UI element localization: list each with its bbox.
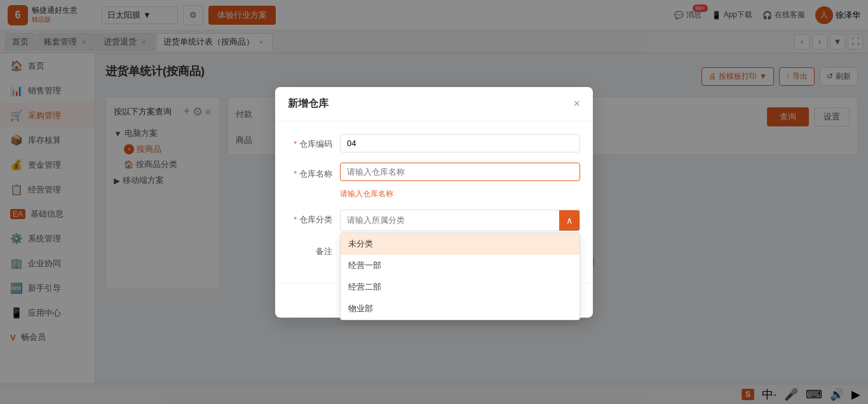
modal-title: 新增仓库 [288,97,329,111]
category-row: 仓库分类 ∧ 未分类 经营一部 经营二部 物业部 [288,210,580,231]
modal-body: 仓库编码 仓库名称 请输入仓库名称 仓库分类 [275,121,593,283]
modal-close-button[interactable]: × [573,97,580,111]
name-input[interactable] [340,163,580,181]
dropdown-item-dept2[interactable]: 经营二部 [341,276,580,298]
code-row: 仓库编码 [288,134,580,152]
category-wrapper: ∧ 未分类 经营一部 经营二部 物业部 [340,210,580,231]
name-label: 仓库名称 [288,164,332,180]
category-input[interactable] [341,212,559,229]
dropdown-item-uncategorized[interactable]: 未分类 [341,233,580,255]
category-label: 仓库分类 [288,210,332,226]
name-row: 仓库名称 请输入仓库名称 [288,163,580,199]
category-arrow-button[interactable]: ∧ [559,210,580,231]
name-error-msg: 请输入仓库名称 [340,189,393,198]
code-label: 仓库编码 [288,134,332,150]
note-label: 备注 [288,241,332,257]
category-dropdown: 未分类 经营一部 经营二部 物业部 [340,232,580,320]
modal-header: 新增仓库 × [275,87,593,121]
category-input-row: ∧ [340,210,580,231]
modal-new-warehouse: 新增仓库 × 仓库编码 仓库名称 请输入仓库名称 仓库分类 [275,87,593,318]
dropdown-item-dept1[interactable]: 经营一部 [341,255,580,276]
chevron-up-icon: ∧ [566,215,573,226]
code-input[interactable] [340,134,580,152]
modal-overlay: 新增仓库 × 仓库编码 仓库名称 请输入仓库名称 仓库分类 [0,0,868,404]
dropdown-item-property[interactable]: 物业部 [341,298,580,320]
